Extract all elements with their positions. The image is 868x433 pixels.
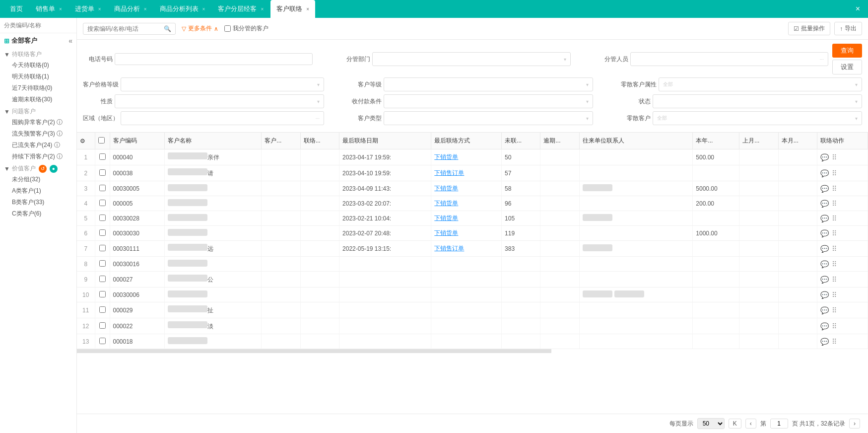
close-tab-5[interactable]: × xyxy=(306,6,309,12)
row-last-method[interactable]: 下销货单 xyxy=(431,211,502,226)
contact-phone-icon[interactable]: 💬 xyxy=(820,245,829,253)
more-conditions-btn[interactable]: ▽ 更多条件 ∧ xyxy=(182,24,218,33)
action-menu-icon[interactable]: ⠿ xyxy=(832,215,837,222)
row-select-checkbox[interactable] xyxy=(99,306,106,313)
action-menu-icon[interactable]: ⠿ xyxy=(832,153,837,161)
col-settings[interactable]: ⚙ xyxy=(77,133,95,149)
contact-phone-icon[interactable]: 💬 xyxy=(820,338,829,346)
col-unit-contact-header[interactable]: 往来单位联系人 xyxy=(579,133,692,149)
sidebar-item-ungrouped[interactable]: 未分组(32) xyxy=(0,174,76,185)
row-select-checkbox[interactable] xyxy=(99,229,106,236)
sidebar-item-churned[interactable]: 已流失客户(24) ⓘ xyxy=(0,140,76,151)
row-last-method[interactable]: 下销货单 xyxy=(431,226,502,241)
row-select-checkbox[interactable] xyxy=(99,291,106,297)
close-all-tabs[interactable]: × xyxy=(852,4,864,13)
all-customers-header[interactable]: ⊞ 全部客户 « xyxy=(0,33,76,48)
contact-phone-icon[interactable]: 💬 xyxy=(820,260,829,268)
row-last-method[interactable]: 下销货单 xyxy=(431,149,502,165)
action-menu-icon[interactable]: ⠿ xyxy=(832,276,837,284)
batch-ops-btn[interactable]: ☑ 批量操作 xyxy=(788,22,830,35)
reset-btn[interactable]: 设置 xyxy=(832,60,862,74)
col-code-header[interactable]: 客户编码 xyxy=(110,133,165,149)
retail-attr-select[interactable]: 全部▾ xyxy=(659,77,862,91)
my-customers-checkbox-label[interactable]: 我分管的客户 xyxy=(224,24,268,33)
nav-tab-customer-segment[interactable]: 客户分层经客 × xyxy=(212,0,269,18)
action-menu-icon[interactable]: ⠿ xyxy=(832,169,837,177)
query-btn[interactable]: 查询 xyxy=(832,44,862,58)
contact-phone-icon[interactable]: 💬 xyxy=(820,276,829,284)
row-last-method[interactable]: 下销售订单 xyxy=(431,165,502,181)
row-select-checkbox[interactable] xyxy=(99,215,106,221)
sidebar-item-class-a[interactable]: A类客户(1) xyxy=(0,185,76,197)
area-select[interactable]: ··· xyxy=(121,111,324,125)
sidebar-item-declining[interactable]: 持续下滑客户(2) ⓘ xyxy=(0,151,76,162)
page-input[interactable] xyxy=(770,419,788,429)
close-tab-4[interactable]: × xyxy=(261,6,264,12)
export-btn[interactable]: ↑ 导出 xyxy=(834,22,862,35)
action-menu-icon[interactable]: ⠿ xyxy=(832,229,837,237)
row-select-checkbox[interactable] xyxy=(99,260,106,267)
contact-phone-icon[interactable]: 💬 xyxy=(820,229,829,237)
nav-tab-customer-contact[interactable]: 客户联络 × xyxy=(270,0,315,18)
nav-tab-analysis-list[interactable]: 商品分析列表 × xyxy=(154,0,211,18)
action-menu-icon[interactable]: ⠿ xyxy=(832,185,837,193)
row-select-checkbox[interactable] xyxy=(99,322,106,329)
col-no-contact-header[interactable]: 未联... xyxy=(502,133,540,149)
close-tab-3[interactable]: × xyxy=(202,6,205,12)
dept-select[interactable]: ▾ xyxy=(372,52,570,66)
select-all-checkbox[interactable] xyxy=(98,137,105,144)
contact-phone-icon[interactable]: 💬 xyxy=(820,215,829,222)
sidebar-search-input[interactable] xyxy=(4,22,77,29)
col-this-month-header[interactable]: 本月... xyxy=(778,133,817,149)
action-menu-icon[interactable]: ⠿ xyxy=(832,306,837,314)
row-select-checkbox[interactable] xyxy=(99,169,106,176)
sidebar-item-7days[interactable]: 近7天待联络(0) xyxy=(0,82,76,94)
action-menu-icon[interactable]: ⠿ xyxy=(832,322,837,330)
horizontal-scrollbar[interactable] xyxy=(77,349,868,353)
settings-icon[interactable]: ⚙ xyxy=(80,138,85,144)
col-contact-header[interactable]: 联络... xyxy=(300,133,339,149)
col-this-year-header[interactable]: 本年... xyxy=(693,133,739,149)
row-select-checkbox[interactable] xyxy=(99,338,106,344)
first-page-btn[interactable]: K xyxy=(729,419,741,429)
contact-phone-icon[interactable]: 💬 xyxy=(820,306,829,314)
my-customers-checkbox[interactable] xyxy=(224,25,231,32)
row-last-method[interactable] xyxy=(431,318,502,334)
phone-input[interactable] xyxy=(115,53,313,65)
col-overdue-header[interactable]: 逾期... xyxy=(540,133,579,149)
action-menu-icon[interactable]: ⠿ xyxy=(832,245,837,253)
contact-phone-icon[interactable]: 💬 xyxy=(820,322,829,330)
nav-tab-sales[interactable]: 销售单 × xyxy=(30,0,68,18)
sidebar-item-abnormal[interactable]: 囤购异常客户(2) ⓘ xyxy=(0,117,76,128)
col-checkbox-header[interactable] xyxy=(95,133,110,149)
next-page-btn[interactable]: › xyxy=(849,419,860,429)
nav-tab-analysis[interactable]: 商品分析 × xyxy=(108,0,153,18)
col-last-method-header[interactable]: 最后联络方式 xyxy=(431,133,502,149)
contact-phone-icon[interactable]: 💬 xyxy=(820,200,829,208)
col-type-header[interactable]: 客户... xyxy=(262,133,300,149)
customer-type-select[interactable]: ▾ xyxy=(384,111,593,125)
close-tab-2[interactable]: × xyxy=(144,6,147,12)
sidebar-collapse-btn[interactable]: « xyxy=(68,37,72,45)
nav-home[interactable]: 首页 xyxy=(4,4,29,13)
row-last-method[interactable] xyxy=(431,302,502,318)
prev-page-btn[interactable]: ‹ xyxy=(745,419,756,429)
sidebar-item-class-c[interactable]: C类客户(6) xyxy=(0,208,76,219)
row-select-checkbox[interactable] xyxy=(99,245,106,251)
col-name-header[interactable]: 客户名称 xyxy=(165,133,262,149)
row-last-method[interactable]: 下销售订单 xyxy=(431,241,502,257)
row-select-checkbox[interactable] xyxy=(99,153,106,160)
action-menu-icon[interactable]: ⠿ xyxy=(832,291,837,299)
contact-phone-icon[interactable]: 💬 xyxy=(820,291,829,299)
sidebar-item-churn-warning[interactable]: 流失预警客户(3) ⓘ xyxy=(0,128,76,140)
contact-phone-icon[interactable]: 💬 xyxy=(820,185,829,193)
retail-customer-select[interactable]: 全部▾ xyxy=(653,111,862,125)
customer-level-select[interactable]: ▾ xyxy=(384,77,593,91)
sidebar-item-class-b[interactable]: B类客户(33) xyxy=(0,197,76,208)
row-last-method[interactable] xyxy=(431,257,502,272)
close-tab-1[interactable]: × xyxy=(98,6,101,12)
contact-phone-icon[interactable]: 💬 xyxy=(820,169,829,177)
row-last-method[interactable]: 下销货单 xyxy=(431,196,502,211)
col-last-date-header[interactable]: 最后联络日期 xyxy=(339,133,431,149)
col-last-month-header[interactable]: 上月... xyxy=(739,133,778,149)
